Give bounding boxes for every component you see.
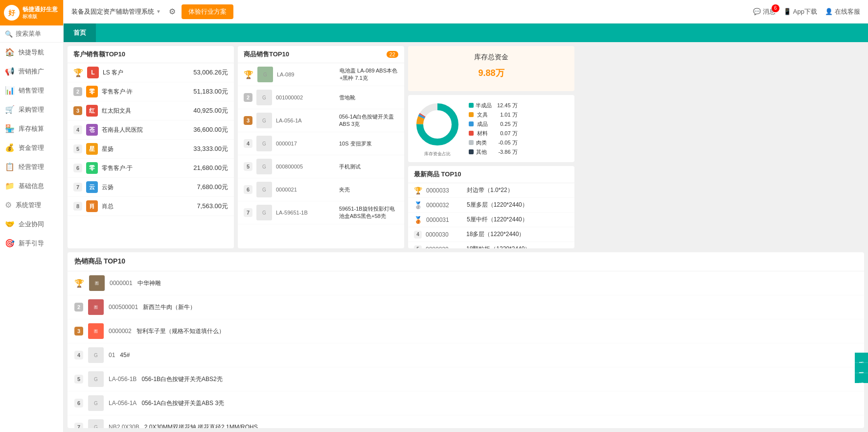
- list-item: 4 0000030 18多层（1220*2440）: [408, 227, 574, 242]
- sidebar-item-kuaijiedaohang[interactable]: 🏠 快捷导航: [0, 43, 63, 62]
- sidebar-item-kucunhesuan[interactable]: 🏪 库存核算: [0, 119, 63, 138]
- sidebar-item-yingxiaotugua[interactable]: 📢 营销推广: [0, 62, 63, 81]
- rank-amount: 53,006.26元: [193, 68, 228, 77]
- system-icon: ⚙: [5, 200, 12, 210]
- rank-num: 4: [414, 231, 422, 239]
- rank-amount: 21,680.00元: [193, 164, 228, 172]
- sidebar-item-label: 资金管理: [19, 144, 44, 152]
- sidebar-item-zijinguanli[interactable]: 💰 资金管理: [0, 138, 63, 157]
- product-thumb: G: [88, 371, 104, 387]
- search-menu[interactable]: 🔍 搜索菜单: [0, 25, 63, 43]
- product-sales-title: 商品销售TOP10: [244, 50, 289, 59]
- service-label: 在线客服: [835, 7, 860, 16]
- list-item: 5 G LA-056-1B 056-1B白色按键开关壳ABS2壳: [68, 367, 864, 391]
- customer-rank-header: 客户销售额TOP10: [68, 46, 234, 63]
- rank-amount: 36,600.00元: [193, 125, 228, 134]
- np-name: 封边带（1.0*22）: [467, 186, 569, 194]
- online-service-action[interactable]: 👤 在线客服: [825, 7, 860, 16]
- sidebar-item-xinshouyindao[interactable]: 🎯 新手引导: [0, 234, 63, 253]
- legend-name: 材料: [477, 130, 497, 137]
- table-row: 5 星 星扬 33,333.00元: [68, 140, 234, 159]
- table-row: 🏆 G LA-089 电池盖 LA-089 ABS本色+黑种 7.1克: [238, 63, 404, 86]
- sidebar-item-xitongguanli[interactable]: ⚙ 系统管理: [0, 195, 63, 215]
- sidebar-item-jichuxinxi[interactable]: 📁 基础信息: [0, 176, 63, 195]
- collab-icon: 🤝: [5, 219, 15, 229]
- sidebar-item-label: 采购管理: [19, 105, 44, 114]
- sidebar-item-label: 库存核算: [19, 124, 44, 133]
- rank-badge: L: [87, 67, 99, 78]
- search-label: 搜索菜单: [16, 29, 41, 38]
- legend-value: 12.45 万: [497, 102, 518, 109]
- finance-icon: 💰: [5, 143, 15, 152]
- table-row: 2 G 001000002 雪地靴: [238, 86, 404, 109]
- settings-icon[interactable]: ⚙: [169, 7, 176, 16]
- message-action[interactable]: 💬 消息 6: [753, 7, 776, 16]
- rank-num: 7: [244, 208, 252, 217]
- table-row: 2 零 零售客户·许 51,183.00元: [68, 82, 234, 101]
- product-sales-column: 商品销售TOP10 22 🏆 G LA-089 电池盖 LA-089 ABS本色…: [238, 46, 404, 248]
- trial-button[interactable]: 体验行业方案: [182, 4, 233, 19]
- product-name: 45#: [120, 352, 857, 359]
- np-code: 0000030: [426, 231, 462, 238]
- list-item: 3 图 0000002 智利车子里（规格不知道填什么）: [68, 319, 864, 343]
- table-row: 3 红 红太阳文具 40,925.00元: [68, 101, 234, 120]
- legend-name: 其他: [476, 148, 496, 156]
- tab-home[interactable]: 首页: [64, 24, 96, 42]
- product-name: 手机测试: [339, 163, 398, 170]
- sidebar-item-label: 销售管理: [19, 86, 44, 95]
- rank-badge: 星: [86, 143, 98, 155]
- rank-badge: 红: [86, 105, 98, 117]
- product-name: 59651-1B旋转投影灯电池盒ABS黑色+58壳: [339, 205, 398, 220]
- np-code: 0000031: [426, 216, 463, 223]
- product-thumb: G: [257, 67, 273, 82]
- float-btn-community[interactable]: 服务社区: [855, 363, 868, 373]
- sidebar-item-qiyexietong[interactable]: 🤝 企业协同: [0, 215, 63, 234]
- product-thumb: 图: [89, 275, 105, 291]
- app-download-action[interactable]: 📱 App下载: [783, 7, 817, 16]
- product-thumb: G: [88, 395, 104, 411]
- sidebar-item-label: 新手引导: [19, 239, 44, 248]
- product-name: 智利车子里（规格不知道填什么）: [137, 327, 857, 336]
- operation-icon: 📋: [5, 162, 15, 171]
- new-products-title: 最新商品 TOP10: [414, 170, 461, 179]
- rank-num: 5: [73, 144, 82, 153]
- list-item: 6 G LA-056-1A 056-1A白色按键开关盖ABS 3壳: [68, 391, 864, 415]
- list-item: 5 0000029 18颗粒板（1220*2440）: [408, 242, 574, 248]
- base-icon: 📁: [5, 181, 15, 191]
- product-code: 0000002: [109, 328, 132, 335]
- search-icon: 🔍: [5, 30, 13, 38]
- stock-card: 库存总资金 9.88万: [408, 46, 574, 91]
- sidebar-item-caigouguanli[interactable]: 🛒 采购管理: [0, 100, 63, 119]
- legend-dot-roulei: [469, 140, 474, 145]
- sidebar-item-jingyingguanli[interactable]: 📋 经营管理: [0, 157, 63, 176]
- float-btn-service[interactable]: 客服热线: [855, 353, 868, 363]
- product-thumb: G: [256, 205, 272, 220]
- product-sales-badge: 22: [387, 51, 398, 58]
- phone-icon: 📱: [783, 8, 791, 15]
- rank-num: 4: [73, 125, 82, 134]
- product-code: LA-056-1B: [109, 376, 137, 383]
- product-code: 0000021: [276, 187, 335, 192]
- float-btn-live[interactable]: 直播: [855, 373, 868, 383]
- main-columns: 客户销售额TOP10 🏆 L LS 客户 53,006.26元 2 零: [64, 42, 868, 252]
- table-row: 3 G LA-056-1A 056-1A白色按键开关盖ABS 3克: [238, 109, 404, 132]
- table-row: 7 云 云扬 7,680.00元: [68, 178, 234, 197]
- rank-num: 2: [73, 87, 82, 96]
- table-row: 8 肖 肖总 7,563.00元: [68, 197, 234, 216]
- sidebar-item-xiaoshouguanli[interactable]: 📊 销售管理: [0, 81, 63, 100]
- new-products-header: 最新商品 TOP10: [408, 166, 574, 183]
- product-thumb: G: [88, 347, 104, 363]
- system-selector[interactable]: 装备及固定资产辅助管理系统 ▼: [71, 7, 161, 16]
- message-icon: 💬: [753, 8, 761, 15]
- medal-icon: 🥈: [414, 201, 422, 209]
- list-item: 🥈 0000032 5厘多层（1220*2440）: [408, 198, 574, 213]
- logo-icon: 好: [4, 5, 20, 21]
- sidebar: 好 畅捷通好生意 标准版 🔍 搜索菜单 🏠 快捷导航 📢 营销推广 📊 销售管理…: [0, 0, 64, 432]
- product-sales-header: 商品销售TOP10 22: [238, 46, 404, 63]
- logo-title: 畅捷通好生意: [23, 6, 58, 14]
- system-name: 装备及固定资产辅助管理系统: [71, 7, 154, 16]
- product-thumb: G: [256, 136, 272, 151]
- product-name: 雪地靴: [339, 94, 398, 101]
- rank-num: 6: [74, 399, 83, 408]
- product-name: 10S 变扭罗浆: [339, 140, 398, 147]
